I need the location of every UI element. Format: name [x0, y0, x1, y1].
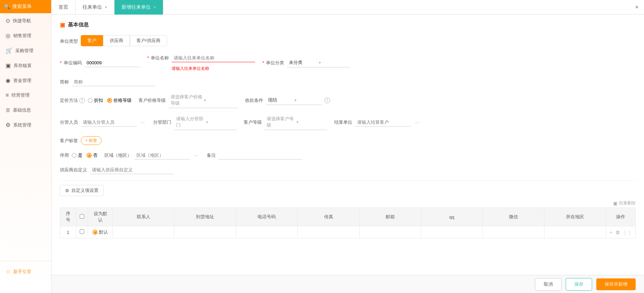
search-menu[interactable]: 🔍 搜索菜单: [0, 0, 51, 13]
row-region-input[interactable]: [548, 230, 602, 235]
radio-yes-circle: [72, 153, 77, 158]
settlement-unit-label: 结算单位: [334, 119, 352, 125]
sidebar-item-basic-info[interactable]: ≣ 基础信息: [0, 103, 51, 117]
cell-wechat[interactable]: [482, 226, 544, 238]
short-name-row: 简称: [60, 78, 636, 86]
batch-delete-label[interactable]: 批量删除: [619, 200, 636, 206]
row-drag-handle[interactable]: ⋮⋮: [623, 230, 632, 235]
sidebar-item-quick-nav[interactable]: ⊙ 快捷导航: [0, 13, 51, 28]
email-input[interactable]: [363, 230, 417, 235]
cell-email[interactable]: [359, 226, 421, 238]
disabled-radio-no[interactable]: 否: [87, 152, 97, 158]
pricing-radio-discount[interactable]: 折扣: [88, 97, 103, 104]
contact-input[interactable]: [116, 230, 171, 235]
window-close-button[interactable]: ×: [630, 4, 644, 10]
col-default: 设为默认: [88, 208, 112, 226]
sidebar-item-new-guide[interactable]: ☆ 新手引导: [0, 264, 51, 279]
customer-level-field: 客户等级 请选择客户等级 ▾: [244, 114, 327, 130]
customer-level-chevron: ▾: [297, 120, 325, 124]
col-seq: 序号: [60, 208, 76, 226]
wechat-input[interactable]: [486, 230, 541, 235]
cell-region[interactable]: [544, 226, 606, 238]
inventory-icon: ▣: [6, 62, 11, 69]
department-chevron: ▾: [206, 120, 235, 124]
cell-fax[interactable]: [298, 226, 359, 238]
unit-category-select[interactable]: 未分类 ▾: [287, 58, 350, 67]
pricing-radio-level[interactable]: 价格等级: [107, 97, 132, 104]
customer-level-label: 客户等级: [244, 119, 262, 125]
supplier-custom-input[interactable]: [90, 166, 173, 174]
row-delete-btn[interactable]: 🗑: [615, 230, 620, 235]
col-region: 所在地区: [544, 208, 606, 226]
cell-qq[interactable]: [421, 226, 482, 238]
sidebar-item-system-mgmt[interactable]: ⚙ 系统管理: [0, 117, 51, 132]
department-field: 分管部门 请输入分管部门 ▾: [153, 114, 237, 130]
manager-field: 分管人员 ···: [60, 118, 146, 127]
qq-input[interactable]: [425, 230, 479, 235]
phone-input[interactable]: [239, 230, 294, 235]
new-guide-label: 新手引导: [13, 269, 31, 275]
sidebar-item-purchase-mgmt[interactable]: 🛒 采购管理: [0, 43, 51, 58]
save-new-button[interactable]: 保存并新增: [596, 278, 636, 290]
customer-price-level-select[interactable]: 请选择客户价格等级 ▾: [168, 92, 238, 108]
settlement-unit-input[interactable]: [355, 118, 411, 127]
basic-info-label: 基础信息: [13, 107, 31, 113]
cell-address[interactable]: [174, 226, 236, 238]
unit-code-field: * 单位编码: [60, 59, 140, 67]
customer-level-select[interactable]: 请选择客户等级 ▾: [265, 114, 327, 130]
save-button[interactable]: 保存: [566, 278, 592, 291]
short-name-field: 简称: [60, 78, 155, 86]
unit-code-input[interactable]: [85, 59, 140, 67]
tags-row: 客户标签 + 标签: [60, 136, 636, 145]
unit-btn-both[interactable]: 客户/供应商: [130, 35, 167, 46]
unit-category-value: 未分类: [289, 59, 317, 66]
tab-new-partner-close[interactable]: ×: [154, 5, 156, 10]
settlement-more-btn[interactable]: ···: [414, 120, 421, 125]
address-input[interactable]: [178, 230, 232, 235]
tab-new-partner[interactable]: 新增往来单位 ×: [115, 0, 163, 15]
unit-type-row: 单位类型 客户 供应商 客户/供应商: [60, 35, 636, 48]
price-level-chevron: ▾: [204, 98, 236, 103]
default-radio[interactable]: 默认: [92, 229, 109, 235]
cancel-button[interactable]: 取消: [535, 278, 561, 291]
pricing-help-icon[interactable]: ?: [79, 98, 85, 103]
cell-contact[interactable]: [113, 226, 174, 238]
unit-btn-customer[interactable]: 客户: [81, 35, 103, 46]
manager-input[interactable]: [81, 118, 136, 127]
select-all-checkbox[interactable]: [80, 214, 84, 219]
row-add-btn[interactable]: +: [610, 230, 612, 235]
disabled-region-row: 停用 是 否 区域（地区） ···: [60, 151, 636, 160]
custom-settings-btn[interactable]: ⚙ 自定义项设置: [60, 185, 104, 196]
row-checkbox[interactable]: [80, 229, 84, 234]
col-contact: 联系人: [113, 208, 174, 226]
sidebar-item-sales-mgmt[interactable]: ◎ 销售管理: [0, 28, 51, 43]
cell-phone[interactable]: [236, 226, 298, 238]
sidebar-item-inventory[interactable]: ▣ 库存核算: [0, 58, 51, 73]
department-label: 分管部门: [153, 119, 171, 125]
tab-partner[interactable]: 往来单位 ×: [76, 0, 115, 15]
payment-terms-select[interactable]: 现结 ▾: [266, 96, 322, 105]
region-input[interactable]: [134, 151, 190, 160]
fax-input[interactable]: [301, 230, 355, 235]
unit-type-field: 单位类型 客户 供应商 客户/供应商: [60, 35, 167, 48]
col-email: 邮箱: [359, 208, 421, 226]
supplier-custom-field: 供应商自定义: [60, 166, 173, 174]
unit-code-label: * 单位编码: [60, 60, 82, 66]
add-tag-btn[interactable]: + 标签: [81, 136, 102, 145]
disabled-radio-yes[interactable]: 是: [72, 152, 83, 158]
tab-home[interactable]: 首页: [52, 0, 76, 15]
department-select[interactable]: 请输入分管部门 ▾: [174, 114, 237, 130]
sidebar-item-operations[interactable]: ≡ 经营管理: [0, 88, 51, 103]
search-menu-label: 搜索菜单: [12, 3, 32, 10]
remarks-input[interactable]: [219, 151, 302, 160]
sidebar-item-finance[interactable]: ◉ 资金管理: [0, 73, 51, 88]
manager-more-btn[interactable]: ···: [139, 120, 146, 125]
region-more-btn[interactable]: ···: [193, 153, 200, 158]
radio-no-circle: [87, 153, 92, 158]
unit-btn-supplier[interactable]: 供应商: [103, 35, 130, 46]
unit-name-input[interactable]: [172, 54, 255, 62]
short-name-input[interactable]: [72, 78, 155, 86]
tab-partner-close[interactable]: ×: [105, 5, 107, 10]
inventory-label: 库存核算: [14, 63, 32, 69]
payment-terms-help-icon[interactable]: ?: [324, 98, 330, 103]
